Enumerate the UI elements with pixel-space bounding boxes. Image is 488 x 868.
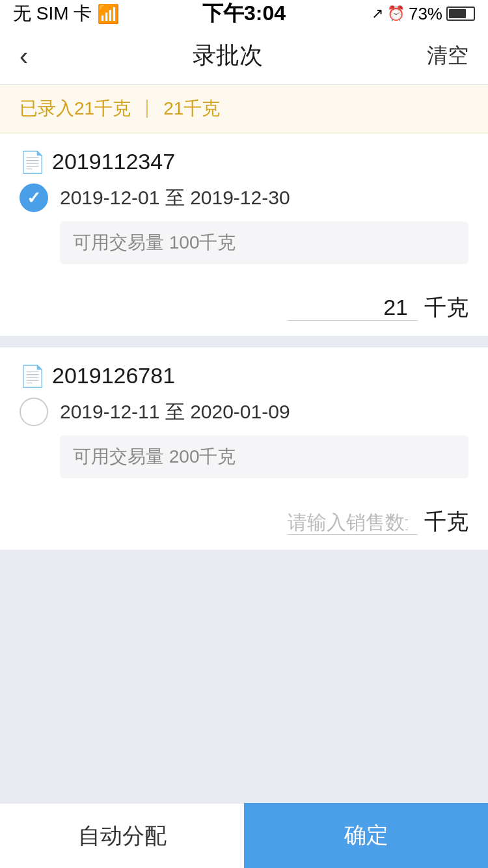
radio-unchecked-2[interactable] [20, 398, 48, 426]
section-divider [0, 336, 488, 347]
batch-id-text-2: 2019126781 [52, 363, 175, 388]
recorded-label: 已录入21千克 [20, 96, 131, 121]
battery-percent: 73% [409, 4, 442, 24]
qty-input-1[interactable] [288, 295, 418, 321]
nav-bar: ‹ 录批次 清空 [0, 27, 488, 85]
status-carrier: 无 SIM 卡 📶 [13, 1, 120, 26]
alarm-icon: ⏰ [387, 5, 405, 22]
batch-id-text-1: 2019112347 [52, 149, 175, 174]
status-bar: 无 SIM 卡 📶 下午3:04 ↗ ⏰ 73% [0, 0, 488, 27]
bottom-bar: 自动分配 确定 [0, 803, 488, 868]
batch-qty-row-2: 可用交易量 200千克 [60, 435, 468, 478]
batch-id-icon-2: 📄 [20, 364, 46, 388]
confirm-button[interactable]: 确定 [244, 803, 488, 868]
battery-icon [446, 7, 475, 21]
status-right: ↗ ⏰ 73% [372, 4, 475, 24]
qty-input-2[interactable] [288, 509, 418, 535]
unit-label-2: 千克 [424, 507, 468, 537]
radio-checked-1[interactable] [20, 183, 48, 212]
carrier-text: 无 SIM 卡 [13, 1, 92, 26]
location-icon: ↗ [372, 5, 383, 22]
batch-item-1: 📄 2019112347 2019-12-01 至 2019-12-30 可用交… [0, 133, 488, 286]
wifi-icon: 📶 [97, 3, 120, 25]
empty-area [0, 550, 488, 803]
back-button[interactable]: ‹ [20, 43, 28, 69]
batch-id-row-1: 📄 2019112347 [20, 149, 468, 174]
auto-distribute-button[interactable]: 自动分配 [0, 803, 244, 868]
unit-label-1: 千克 [424, 293, 468, 323]
clear-button[interactable]: 清空 [427, 42, 468, 70]
recorded-amount: 21千克 [163, 96, 220, 121]
batch-date-text-2: 2019-12-11 至 2020-01-09 [60, 399, 290, 426]
batch-item-2: 📄 2019126781 2019-12-11 至 2020-01-09 可用交… [0, 347, 488, 500]
batch-id-row-2: 📄 2019126781 [20, 363, 468, 388]
batch-qty-text-1: 可用交易量 100千克 [73, 232, 236, 252]
batch-qty-row-1: 可用交易量 100千克 [60, 221, 468, 264]
page-title: 录批次 [193, 40, 263, 72]
batch-id-icon-1: 📄 [20, 150, 46, 174]
banner-divider [146, 100, 148, 118]
batch-qty-text-2: 可用交易量 200千克 [73, 446, 236, 467]
batch-date-text-1: 2019-12-01 至 2019-12-30 [60, 185, 290, 211]
main-content: 已录入21千克 21千克 📄 2019112347 2019-12-01 至 2… [0, 85, 488, 803]
info-banner: 已录入21千克 21千克 [0, 85, 488, 133]
input-row-2: 千克 [0, 500, 488, 550]
status-time: 下午3:04 [202, 0, 286, 28]
batch-date-row-1[interactable]: 2019-12-01 至 2019-12-30 [20, 183, 468, 212]
batch-date-row-2[interactable]: 2019-12-11 至 2020-01-09 [20, 398, 468, 426]
input-row-1: 千克 [0, 286, 488, 336]
